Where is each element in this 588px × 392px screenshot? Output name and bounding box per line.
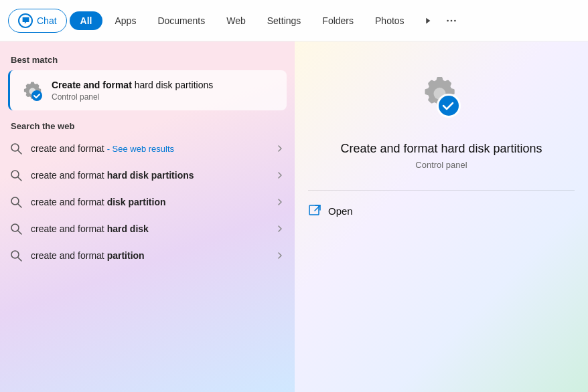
chevron-icon-4 bbox=[275, 223, 285, 234]
search-icon-3 bbox=[9, 195, 23, 209]
svg-point-17 bbox=[439, 96, 459, 116]
chevron-icon-2 bbox=[275, 170, 285, 181]
open-label: Open bbox=[328, 205, 353, 217]
web-item-3[interactable]: create and format disk partition bbox=[0, 189, 295, 215]
tab-more-dots[interactable] bbox=[441, 10, 462, 31]
chat-label: Chat bbox=[37, 15, 57, 26]
chat-icon bbox=[18, 13, 33, 28]
chevron-icon-3 bbox=[275, 197, 285, 207]
svg-point-13 bbox=[11, 251, 19, 258]
tab-documents[interactable]: Documents bbox=[148, 11, 214, 30]
web-item-text-5: create and format partition bbox=[31, 250, 267, 261]
app-title: Create and format hard disk partitions bbox=[340, 142, 542, 156]
right-panel: Create and format hard disk partitions C… bbox=[295, 41, 588, 392]
app-icon-large bbox=[411, 68, 471, 128]
best-match-text: Create and format hard disk partitions C… bbox=[52, 79, 213, 102]
web-item-1[interactable]: create and format - See web results bbox=[0, 135, 295, 162]
search-icon-5 bbox=[9, 249, 23, 262]
best-match-subtitle: Control panel bbox=[52, 92, 213, 102]
divider bbox=[308, 190, 575, 191]
svg-point-11 bbox=[11, 224, 19, 231]
svg-line-10 bbox=[18, 204, 21, 207]
svg-point-5 bbox=[11, 144, 19, 151]
best-match-label: Best match bbox=[0, 52, 295, 70]
web-item-text-2: create and format hard disk partitions bbox=[31, 170, 267, 181]
web-item-text-1: create and format - See web results bbox=[31, 143, 267, 154]
web-section-label: Search the web bbox=[0, 113, 295, 135]
web-item-text-4: create and format hard disk bbox=[31, 223, 267, 234]
web-item-4[interactable]: create and format hard disk bbox=[0, 215, 295, 242]
tab-more-play[interactable] bbox=[417, 10, 438, 31]
open-icon bbox=[308, 204, 321, 217]
svg-point-2 bbox=[454, 19, 456, 21]
tab-folders[interactable]: Folders bbox=[313, 11, 363, 30]
tab-photos[interactable]: Photos bbox=[366, 11, 414, 30]
svg-line-19 bbox=[315, 205, 320, 211]
chat-button[interactable]: Chat bbox=[8, 9, 67, 33]
best-match-title: Create and format hard disk partitions bbox=[52, 79, 213, 91]
chevron-icon-5 bbox=[275, 250, 285, 261]
main-content: Best match Create and format hard disk p… bbox=[0, 41, 588, 392]
search-icon-2 bbox=[9, 169, 23, 182]
svg-point-0 bbox=[447, 19, 449, 21]
tab-web[interactable]: Web bbox=[217, 11, 255, 30]
web-item-2[interactable]: create and format hard disk partitions bbox=[0, 162, 295, 189]
web-item-5[interactable]: create and format partition bbox=[0, 242, 295, 269]
tab-settings[interactable]: Settings bbox=[258, 11, 311, 30]
tab-apps[interactable]: Apps bbox=[105, 11, 145, 30]
svg-point-4 bbox=[31, 90, 42, 101]
svg-point-1 bbox=[450, 19, 452, 21]
best-match-item[interactable]: Create and format hard disk partitions C… bbox=[8, 70, 287, 110]
svg-point-7 bbox=[11, 171, 19, 178]
svg-line-6 bbox=[18, 151, 21, 154]
svg-rect-18 bbox=[309, 205, 319, 215]
left-panel: Best match Create and format hard disk p… bbox=[0, 41, 295, 392]
svg-line-8 bbox=[18, 177, 21, 181]
svg-point-9 bbox=[11, 197, 19, 205]
tab-bar: Chat All Apps Documents Web Settings Fol… bbox=[0, 0, 588, 41]
tab-all[interactable]: All bbox=[70, 11, 103, 30]
app-subtitle: Control panel bbox=[415, 160, 467, 170]
chevron-icon-1 bbox=[275, 143, 285, 154]
open-action-row[interactable]: Open bbox=[308, 201, 575, 220]
app-icon-small bbox=[19, 78, 44, 102]
svg-line-12 bbox=[18, 231, 21, 234]
svg-line-14 bbox=[18, 258, 21, 261]
web-item-text-3: create and format disk partition bbox=[31, 197, 267, 207]
search-icon-4 bbox=[9, 222, 23, 235]
search-icon-1 bbox=[9, 142, 23, 155]
